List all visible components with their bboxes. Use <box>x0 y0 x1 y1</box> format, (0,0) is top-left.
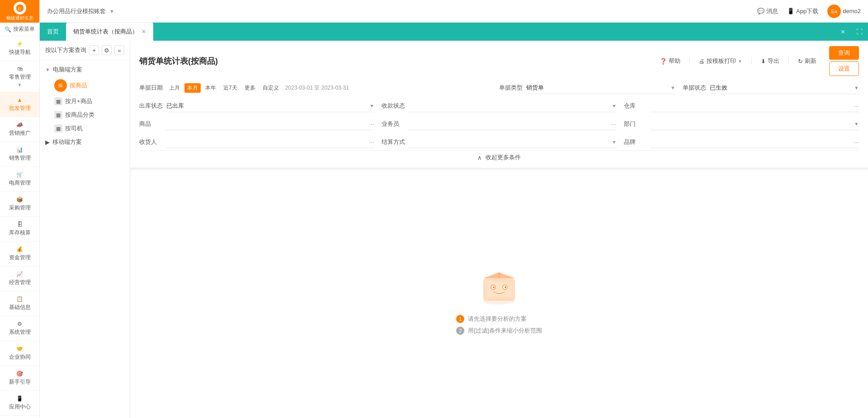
dept-dropdown-icon[interactable]: ▼ <box>854 121 859 127</box>
sales-label: 销售管理 <box>9 154 31 162</box>
empty-illustration <box>472 253 526 308</box>
warehouse-dots-icon[interactable]: ··· <box>854 102 859 109</box>
type-control[interactable]: 销货单 ▼ <box>526 81 675 94</box>
brand-control[interactable]: ··· <box>650 136 859 148</box>
date-last-month-btn[interactable]: 上月 <box>166 83 183 93</box>
status-control[interactable]: 已生效 ▼ <box>710 81 859 94</box>
warehouse-label: 仓库 <box>624 102 646 110</box>
print-label: 按模板打印 <box>707 57 736 65</box>
scheme-tree: ▼ 电脑端方案 按 按商品 ▦ 按月+商品 ▦ 按商品分类 <box>40 60 130 418</box>
sidebar-item-marketing[interactable]: 📣 营销推广 <box>0 117 39 142</box>
svg-point-8 <box>493 286 495 288</box>
tree-group-mobile[interactable]: ▶ 移动端方案 <box>40 135 130 149</box>
staff-dots-icon[interactable]: ··· <box>611 120 617 128</box>
user-menu[interactable]: Ea demo2 <box>827 5 861 18</box>
sidebar-item-sales[interactable]: 📊 销售管理 <box>0 142 39 167</box>
dept-control[interactable]: ▼ <box>650 118 859 130</box>
recipient-dots-icon[interactable]: ··· <box>369 138 374 146</box>
apps-icon: 📱 <box>16 395 23 402</box>
sidebar-item-retail[interactable]: 🛍 零售管理 ▼ <box>0 61 39 92</box>
receipt-status-control[interactable]: ▼ <box>409 100 617 112</box>
date-more-btn[interactable]: 更多 <box>242 83 258 93</box>
sidebar-item-finance[interactable]: 💰 资金管理 <box>0 242 39 266</box>
refresh-label: 刷新 <box>805 57 816 65</box>
filter-row-3: 商品 ··· 业务员 ··· <box>139 118 859 130</box>
app-download-icon: 📱 <box>787 8 794 14</box>
filter-type: 单据类型 销货单 ▼ <box>499 81 675 94</box>
system-icon: ⚙ <box>17 321 22 327</box>
add-scheme-btn[interactable]: + <box>89 45 99 55</box>
goods-control[interactable]: ··· <box>165 118 374 130</box>
wholesale-label: 批发管理 <box>9 104 31 112</box>
sidebar-item-wechat[interactable]: 💬 企业微信 <box>0 416 39 418</box>
recipient-control[interactable]: ··· <box>165 136 374 148</box>
sidebar-item-ecommerce[interactable]: 🛒 电商管理 <box>0 167 39 192</box>
filter-warehouse: 仓库 ··· <box>624 100 859 112</box>
sidebar-item-basic[interactable]: 📋 基础信息 <box>0 291 39 316</box>
message-btn[interactable]: 💬 消息 <box>757 7 778 15</box>
scheme-item-by-goods-cat[interactable]: ▦ 按商品分类 <box>40 108 130 122</box>
settings-button[interactable]: 设置 <box>829 62 859 76</box>
export-btn[interactable]: ⬇ 导出 <box>757 55 783 67</box>
tree-group-pc[interactable]: ▼ 电脑端方案 <box>40 63 130 76</box>
business-icon: 📈 <box>16 271 23 277</box>
by-cashier-icon: ▦ <box>54 124 62 133</box>
search-icon: 🔍 <box>5 26 11 33</box>
brand-dots-icon[interactable]: ··· <box>854 138 859 146</box>
out-status-dropdown-icon[interactable]: ▼ <box>369 103 374 109</box>
filter-row-1: 单据日期 上月 本月 本年 近7天 更多 自定义 2023-03-01 至 20… <box>139 81 859 94</box>
payment-dropdown-icon[interactable]: ▼ <box>612 139 617 145</box>
type-dropdown-icon[interactable]: ▼ <box>670 85 675 90</box>
industry-dropdown-icon[interactable]: ▼ <box>109 9 114 14</box>
filter-out-status: 出库状态 已出库 ▼ <box>139 100 374 112</box>
query-button[interactable]: 查询 <box>829 46 859 60</box>
goods-dots-icon[interactable]: ··· <box>369 120 374 128</box>
refresh-btn[interactable]: ↻ 刷新 <box>794 55 820 67</box>
tip-text-2: 用[过滤]条件来缩小分析范围 <box>468 327 542 335</box>
sidebar-item-wholesale[interactable]: ▲ 批发管理 <box>0 92 39 117</box>
warehouse-control[interactable]: ··· <box>650 100 859 112</box>
tab-maximize-btn[interactable]: ⛶ <box>851 28 868 35</box>
settings-scheme-btn[interactable]: ⚙ <box>102 45 112 55</box>
print-arrow-icon[interactable]: ▼ <box>738 59 742 64</box>
sidebar-item-apps[interactable]: 📱 应用中心 <box>0 391 39 416</box>
scheme-item-by-goods[interactable]: 按 按商品 <box>40 76 130 95</box>
search-menu-item[interactable]: 🔍 搜索菜单 <box>0 23 39 36</box>
print-btn[interactable]: 🖨 按模板打印 ▼ <box>695 55 746 67</box>
sidebar-item-purchase[interactable]: 📦 采购管理 <box>0 192 39 217</box>
finance-label: 资金管理 <box>9 254 31 261</box>
help-btn[interactable]: ❓ 帮助 <box>656 55 684 67</box>
staff-control[interactable]: ··· <box>408 118 617 130</box>
newbie-icon: 🎯 <box>16 370 23 377</box>
sidebar-item-inventory[interactable]: 🗄 库存核算 <box>0 217 39 242</box>
scheme-item-by-cashier[interactable]: ▦ 按司机 <box>40 122 130 135</box>
receipt-status-dropdown-icon[interactable]: ▼ <box>612 103 617 109</box>
refresh-icon: ↻ <box>798 58 803 65</box>
collapse-filters-btn[interactable]: ∧ 收起更多条件 <box>139 150 859 164</box>
date-custom-btn[interactable]: 自定义 <box>260 83 282 93</box>
sidebar-item-newbie[interactable]: 🎯 新手引导 <box>0 366 39 391</box>
status-dropdown-icon[interactable]: ▼ <box>854 85 859 90</box>
tab-home[interactable]: 首页 <box>40 23 66 41</box>
sidebar-item-quick-nav[interactable]: ⚡ 快捷导航 <box>0 36 39 61</box>
tab-close-window-btn[interactable]: ✕ <box>835 28 851 35</box>
date-label: 单据日期 <box>139 84 163 92</box>
tab-stats[interactable]: 销货单统计表（按商品） ✕ <box>66 23 153 41</box>
sidebar-item-system[interactable]: ⚙ 系统管理 <box>0 316 39 341</box>
enterprise-label: 企业协同 <box>9 353 31 361</box>
sidebar-item-business[interactable]: 📈 经营管理 <box>0 266 39 291</box>
date-last7days-btn[interactable]: 近7天 <box>221 83 240 93</box>
app-download-btn[interactable]: 📱 App下载 <box>787 7 818 15</box>
filter-receipt-status: 收款状态 ▼ <box>382 100 617 112</box>
out-status-control[interactable]: 已出库 ▼ <box>166 100 374 112</box>
date-this-year-btn[interactable]: 本年 <box>203 83 219 93</box>
collapse-panel-btn[interactable]: « <box>114 45 124 55</box>
svg-text:好: 好 <box>18 6 21 11</box>
date-this-month-btn[interactable]: 本月 <box>184 83 201 93</box>
scheme-item-by-month-goods[interactable]: ▦ 按月+商品 <box>40 95 130 108</box>
sidebar-item-enterprise[interactable]: 🤝 企业协同 <box>0 341 39 366</box>
industry-selector[interactable]: 办公用品行业模拟账套 <box>47 7 106 15</box>
tabbar: 首页 销货单统计表（按商品） ✕ ✕ ⛶ <box>40 23 868 41</box>
tab-close-icon[interactable]: ✕ <box>142 28 146 35</box>
payment-control[interactable]: ▼ <box>409 136 617 148</box>
